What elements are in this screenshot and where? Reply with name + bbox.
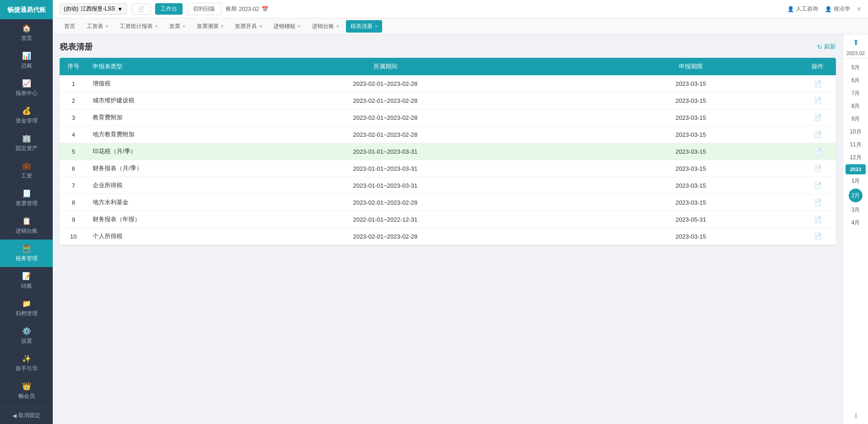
month-item[interactable]: 4月 (846, 217, 866, 229)
month-item[interactable]: 10月 (846, 126, 866, 138)
support-link[interactable]: 👤 人工咨询 (787, 5, 818, 13)
sidebar-item-archive[interactable]: 📁 归档管理 (0, 295, 53, 322)
col-id: 序号 (60, 58, 87, 75)
cell-action: 📄 (799, 194, 836, 211)
right-panel: ⬆ 2023.02 5月6月7月8月9月10月11月12月20231月2月3月4… (843, 34, 868, 424)
tab-payroll-stat[interactable]: 工资统计报表 × (115, 20, 162, 33)
cell-period: 2023-01-01~2023-03-31 (188, 143, 582, 160)
refresh-button[interactable]: ↻ 刷新 (817, 43, 836, 51)
cell-period: 2023-02-01~2023-02-28 (188, 228, 582, 245)
cell-period: 2023-02-01~2023-02-28 (188, 194, 582, 211)
table-row: 5 印花税（月/季） 2023-01-01~2023-03-31 2023-03… (60, 143, 836, 160)
active-month-item[interactable]: 2月 (849, 189, 862, 202)
workbench-button[interactable]: 工作台 (155, 3, 183, 15)
month-item[interactable]: 12月 (846, 151, 866, 164)
month-item[interactable]: 2月 (846, 188, 866, 203)
topbar: (勿动) 江西报垦-LSS ▼ 📄 工作台 切到旧版 账期 2023-02 📅 … (53, 0, 868, 18)
cell-id: 8 (60, 194, 87, 211)
page-title: 税表清册 (60, 41, 93, 52)
tab-close-icon[interactable]: × (106, 24, 108, 29)
tab-close-icon[interactable]: × (259, 24, 262, 29)
tab-close-icon[interactable]: × (155, 24, 158, 29)
action-doc-icon[interactable]: 📄 (814, 165, 822, 172)
tab-close-icon[interactable]: × (221, 24, 224, 29)
sidebar-item-purchase[interactable]: 📋 进销台账 (0, 212, 53, 240)
sidebar-item-ledger[interactable]: 📊 总账 (0, 47, 53, 74)
action-doc-icon[interactable]: 📄 (814, 131, 822, 138)
unpin-icon: ◀ (12, 413, 17, 419)
action-doc-icon[interactable]: 📄 (814, 97, 822, 104)
tax-table-container: 序号 申报表类型 所属期间 申报期限 操作 1 增值税 2023-02-01~2… (60, 58, 836, 245)
month-item[interactable]: 5月 (846, 61, 866, 74)
scroll-down-button[interactable]: ⬇ (851, 410, 860, 422)
reports-icon: 📈 (22, 79, 31, 88)
sidebar-item-tax[interactable]: 🧮 税务管理 (0, 240, 53, 267)
sidebar-item-settle[interactable]: 📝 结账 (0, 267, 53, 295)
copy-button[interactable]: 📄 (132, 4, 150, 15)
tab-invoice[interactable]: 发票 × (165, 20, 190, 33)
sidebar-item-guide[interactable]: ✨ 新手引导 (0, 350, 53, 377)
month-item[interactable]: 8月 (846, 100, 866, 112)
company-selector[interactable]: (勿动) 江西报垦-LSS ▼ (60, 3, 127, 15)
month-item[interactable]: 2023 (846, 164, 866, 174)
sidebar-item-settings[interactable]: ⚙️ 设置 (0, 322, 53, 350)
tab-purchase-ledger[interactable]: 进销台账 × (307, 20, 344, 33)
sidebar-item-label: 固定资产 (16, 145, 38, 152)
cell-id: 5 (60, 143, 87, 160)
panel-header: 2023.02 (843, 48, 868, 59)
unpin-button[interactable]: ◀ 取消固定 (0, 407, 53, 424)
action-doc-icon[interactable]: 📄 (814, 233, 822, 240)
cell-id: 2 (60, 92, 87, 109)
cell-type: 个人所得税 (87, 228, 188, 245)
table-row: 2 城市维护建设税 2023-02-01~2023-02-28 2023-03-… (60, 92, 836, 109)
switch-button[interactable]: 切到旧版 (187, 3, 221, 15)
sidebar-item-assets[interactable]: 🏢 固定资产 (0, 129, 53, 157)
cell-deadline: 2023-03-15 (582, 92, 799, 109)
cell-deadline: 2023-03-15 (582, 126, 799, 143)
col-period: 所属期间 (188, 58, 582, 75)
tab-invoice-open[interactable]: 发票开具 × (230, 20, 267, 33)
tab-tax-clearance[interactable]: 税表清册 × (346, 20, 382, 33)
action-doc-icon[interactable]: 📄 (814, 182, 822, 189)
tab-close-icon[interactable]: × (298, 24, 300, 29)
calendar-icon[interactable]: 📅 (262, 6, 268, 12)
tab-label: 首页 (64, 22, 75, 30)
cell-action: 📄 (799, 211, 836, 228)
tab-close-icon[interactable]: × (183, 24, 185, 29)
period-value: 2023-02 (239, 6, 259, 12)
tab-label: 税表清册 (351, 22, 373, 30)
sidebar-item-vip[interactable]: 👑 畅会员 (0, 377, 53, 405)
tab-home[interactable]: 首页 (60, 20, 80, 33)
tab-payroll[interactable]: 工资表 × (82, 20, 113, 33)
month-item[interactable]: 6月 (846, 74, 866, 87)
user-info[interactable]: 👤 徐泾华 (825, 5, 850, 13)
month-item[interactable]: 7月 (846, 87, 866, 100)
scroll-up-button[interactable]: ⬆ (851, 37, 860, 48)
action-doc-icon[interactable]: 📄 (814, 199, 822, 206)
month-item[interactable]: 1月 (846, 175, 866, 187)
action-doc-icon[interactable]: 📄 (814, 80, 822, 87)
action-doc-icon[interactable]: 📄 (814, 114, 822, 121)
tab-close-icon[interactable]: × (336, 24, 339, 29)
cell-id: 10 (60, 228, 87, 245)
sidebar-item-payroll[interactable]: 💼 工资 (0, 157, 53, 184)
page-header: 税表清册 ↻ 刷新 (60, 41, 836, 52)
sidebar-item-funds[interactable]: 💰 资金管理 (0, 102, 53, 129)
month-item[interactable]: 11月 (846, 139, 866, 151)
sidebar-item-reports[interactable]: 📈 报表中心 (0, 74, 53, 102)
month-item[interactable]: 3月 (846, 204, 866, 216)
table-row: 9 财务报表（年报） 2022-01-01~2022-12-31 2023-05… (60, 211, 836, 228)
tab-invoice-calc[interactable]: 发票测算 × (192, 20, 228, 33)
sidebar-item-label: 新手引导 (16, 365, 38, 373)
tab-close-icon[interactable]: × (375, 24, 378, 29)
month-item[interactable]: 9月 (846, 113, 866, 125)
sidebar-item-home[interactable]: 🏠 首页 (0, 19, 53, 47)
action-doc-icon[interactable]: 📄 (814, 148, 822, 155)
sidebar-item-invoice-mgmt[interactable]: 🧾 发票管理 (0, 184, 53, 212)
close-icon[interactable]: × (857, 5, 861, 13)
action-doc-icon[interactable]: 📄 (814, 216, 822, 223)
content-main: 税表清册 ↻ 刷新 序号 申报表类型 所属期间 申报期限 操作 (53, 34, 843, 424)
cell-type: 城市维护建设税 (87, 92, 188, 109)
tab-purchase-check[interactable]: 进销稽核 × (269, 20, 305, 33)
user-avatar-icon: 👤 (825, 6, 832, 12)
